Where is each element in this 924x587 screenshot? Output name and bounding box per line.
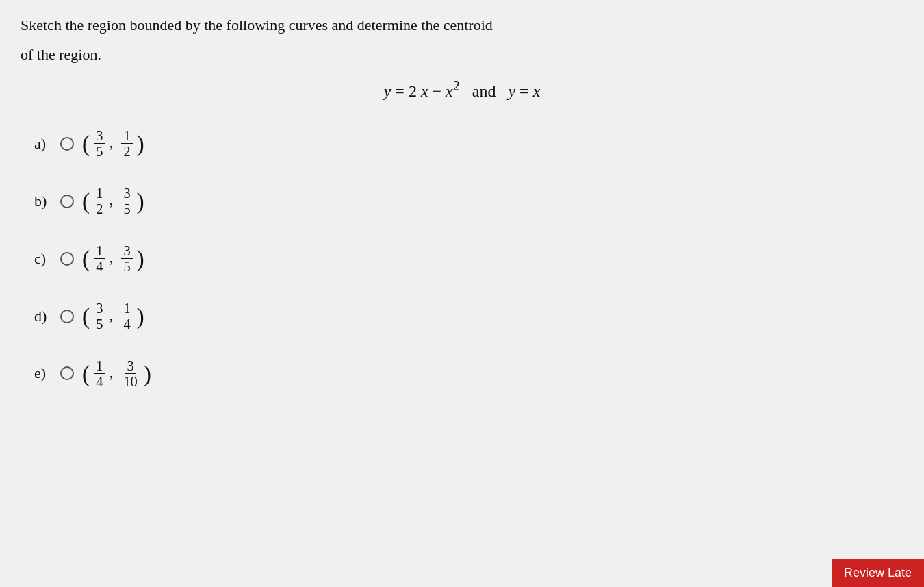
option-b: b) ( 1 2 , 3 5 ) bbox=[34, 186, 903, 217]
main-content: Sketch the region bounded by the followi… bbox=[0, 0, 924, 587]
question-line1: Sketch the region bounded by the followi… bbox=[21, 14, 903, 36]
option-d-radio[interactable] bbox=[60, 310, 74, 323]
option-c: c) ( 1 4 , 3 5 ) bbox=[34, 243, 903, 275]
options-list: a) ( 3 5 , 1 2 ) b) ( bbox=[34, 128, 903, 389]
review-late-button[interactable]: Review Late bbox=[832, 559, 924, 587]
option-e: e) ( 1 4 , 3 10 ) bbox=[34, 358, 903, 390]
option-c-math: ( 1 4 , 3 5 ) bbox=[82, 243, 144, 275]
option-e-radio[interactable] bbox=[60, 366, 74, 380]
option-d: d) ( 3 5 , 1 4 ) bbox=[34, 301, 903, 332]
option-a: a) ( 3 5 , 1 2 ) bbox=[34, 128, 903, 160]
option-b-radio[interactable] bbox=[60, 195, 74, 208]
option-b-label: b) bbox=[34, 192, 53, 210]
option-e-math: ( 1 4 , 3 10 ) bbox=[82, 358, 151, 390]
option-e-label: e) bbox=[34, 364, 53, 382]
option-c-radio[interactable] bbox=[60, 252, 74, 266]
option-d-label: d) bbox=[34, 308, 53, 325]
option-b-math: ( 1 2 , 3 5 ) bbox=[82, 186, 144, 217]
equation-display: y = 2 x − x2 and y = x bbox=[21, 78, 903, 101]
question-line2: of the region. bbox=[21, 43, 903, 66]
option-a-label: a) bbox=[34, 135, 53, 153]
option-a-radio[interactable] bbox=[60, 137, 74, 151]
option-c-label: c) bbox=[34, 250, 53, 268]
option-d-math: ( 3 5 , 1 4 ) bbox=[82, 301, 144, 332]
option-a-math: ( 3 5 , 1 2 ) bbox=[82, 128, 144, 160]
